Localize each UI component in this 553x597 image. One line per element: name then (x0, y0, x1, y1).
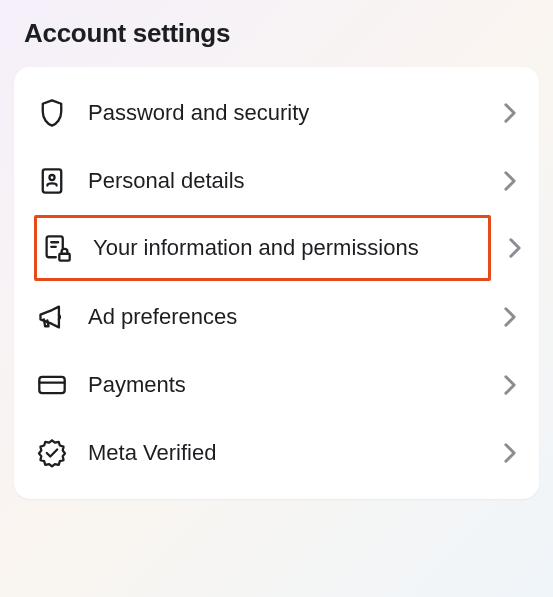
svg-rect-5 (39, 377, 64, 393)
row-label: Your information and permissions (93, 234, 478, 262)
row-label: Personal details (88, 167, 503, 195)
chevron-right-icon (503, 374, 517, 396)
row-information-permissions[interactable]: Your information and permissions (34, 215, 491, 281)
row-payments[interactable]: Payments (14, 351, 539, 419)
svg-rect-4 (59, 254, 69, 261)
document-lock-icon (41, 232, 73, 264)
verified-badge-icon (36, 437, 68, 469)
chevron-right-icon (503, 306, 517, 328)
row-personal-details[interactable]: Personal details (14, 147, 539, 215)
chevron-right-icon (503, 170, 517, 192)
row-ad-preferences[interactable]: Ad preferences (14, 283, 539, 351)
row-label: Ad preferences (88, 303, 503, 331)
row-meta-verified[interactable]: Meta Verified (14, 419, 539, 493)
page-title: Account settings (24, 18, 539, 49)
chevron-right-icon (508, 237, 522, 259)
row-label: Meta Verified (88, 439, 503, 467)
row-password-security[interactable]: Password and security (14, 73, 539, 147)
settings-card: Password and security Personal details (14, 67, 539, 499)
row-label: Payments (88, 371, 503, 399)
chevron-right-icon (503, 442, 517, 464)
chevron-right-icon (503, 102, 517, 124)
credit-card-icon (36, 369, 68, 401)
id-card-icon (36, 165, 68, 197)
shield-icon (36, 97, 68, 129)
row-label: Password and security (88, 99, 503, 127)
megaphone-icon (36, 301, 68, 333)
svg-point-1 (49, 175, 54, 180)
